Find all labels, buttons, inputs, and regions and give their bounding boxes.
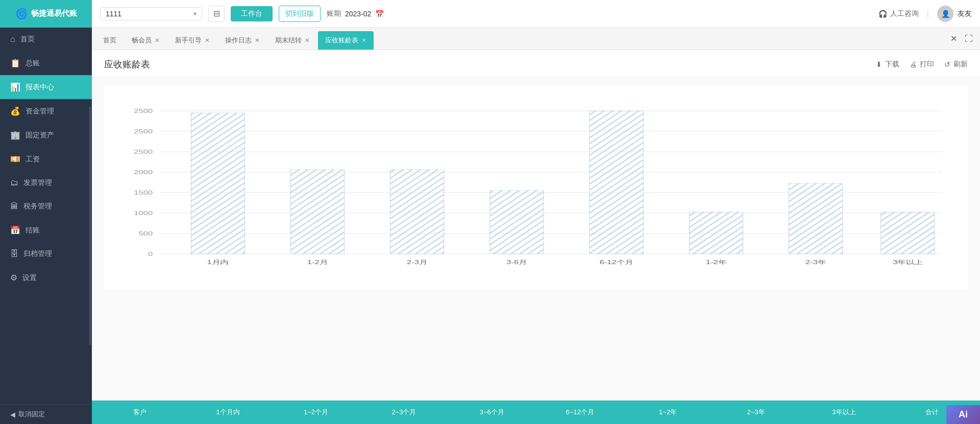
print-icon: 🖨 — [910, 60, 917, 68]
svg-text:2000: 2000 — [134, 169, 153, 176]
chart-container: 2500 2500 2500 2000 1500 1000 500 0 — [92, 77, 980, 401]
bar-chart: 2500 2500 2500 2000 1500 1000 500 0 — [114, 96, 958, 279]
tab-bar: 首页畅会员✕新手引导✕操作日志✕期末结转✕应收账龄表✕ ✕ ⛶ — [92, 28, 980, 50]
th-1个月内: 1个月内 — [184, 408, 272, 417]
sidebar-item-close[interactable]: 📅 结账 — [0, 218, 92, 242]
sidebar-icon-invoice: 🗂 — [10, 178, 18, 187]
sidebar-item-assets[interactable]: 🏢 固定资产 — [0, 123, 92, 147]
header-center: 1111 ▾ ⊟ 工作台 切到旧版 账期 2023-02 📅 — [92, 6, 878, 22]
sidebar-icon-home: ⌂ — [10, 35, 15, 44]
tab-close-guide[interactable]: ✕ — [205, 37, 210, 44]
header-right: 🎧 人工咨询 | 👤 友友 — [878, 6, 972, 22]
th-2~3年: 2~3年 — [712, 408, 800, 417]
refresh-button[interactable]: ↺ 刷新 — [944, 60, 968, 69]
sidebar-item-settings[interactable]: ⚙ 设置 — [0, 266, 92, 290]
tab-member[interactable]: 畅会员✕ — [125, 31, 167, 50]
chevron-down-icon: ▾ — [193, 10, 197, 17]
close-all-tabs-button[interactable]: ✕ — [946, 32, 961, 46]
svg-text:2500: 2500 — [134, 108, 153, 114]
svg-text:1-2年: 1-2年 — [706, 259, 726, 266]
svg-text:2-3月: 2-3月 — [407, 259, 427, 266]
svg-text:1000: 1000 — [134, 210, 153, 217]
th-1~2个月: 1~2个月 — [272, 408, 360, 417]
calendar-icon[interactable]: 📅 — [375, 10, 384, 18]
workbench-button[interactable]: 工作台 — [231, 6, 273, 21]
sidebar-label-payroll: 工资 — [26, 155, 40, 164]
sidebar-item-payroll[interactable]: 💴 工资 — [0, 147, 92, 171]
th-3年以上: 3年以上 — [800, 408, 888, 417]
sidebar-label-reports: 报表中心 — [26, 83, 54, 92]
svg-text:1-2月: 1-2月 — [307, 259, 328, 266]
sidebar-icon-reports: 📊 — [10, 82, 20, 92]
main-layout: ⌂ 首页📋 总账📊 报表中心💰 资金管理🏢 固定资产💴 工资🗂 发票管理🏛 税务… — [0, 28, 980, 424]
sidebar-icon-assets: 🏢 — [10, 130, 20, 140]
avatar-icon: 👤 — [941, 10, 950, 18]
tab-period-close[interactable]: 期末结转✕ — [268, 31, 317, 50]
sidebar-item-funds[interactable]: 💰 资金管理 — [0, 99, 92, 123]
divider: | — [927, 9, 929, 18]
tab-close-period-close[interactable]: ✕ — [305, 37, 310, 44]
tab-close-member[interactable]: ✕ — [155, 37, 160, 44]
th-3~6个月: 3~6个月 — [448, 408, 536, 417]
svg-text:0: 0 — [148, 251, 153, 257]
collapse-icon: ◀ — [10, 411, 15, 418]
sidebar-collapse-button[interactable]: ◀ 取消固定 — [0, 404, 92, 424]
tab-home[interactable]: 首页 — [96, 31, 124, 50]
svg-text:2500: 2500 — [134, 149, 153, 155]
sidebar-label-tax: 税务管理 — [23, 202, 52, 211]
download-button[interactable]: ⬇ 下载 — [876, 60, 899, 69]
bar-2-3月 — [390, 170, 444, 254]
bar-6-12月 — [590, 111, 643, 254]
headset-icon: 🎧 — [878, 10, 887, 18]
tab-guide[interactable]: 新手引导✕ — [168, 31, 217, 50]
sidebar-item-tax[interactable]: 🏛 税务管理 — [0, 195, 92, 218]
sidebar-icon-close: 📅 — [10, 225, 20, 235]
company-selector[interactable]: 1111 ▾ — [100, 7, 202, 20]
refresh-label: 刷新 — [953, 60, 968, 69]
logo-icon: 🌀 — [15, 8, 28, 20]
company-name: 1111 — [106, 10, 189, 18]
avatar: 👤 — [937, 6, 953, 22]
page-title: 应收账龄表 — [104, 58, 150, 70]
sidebar-item-home[interactable]: ⌂ 首页 — [0, 28, 92, 51]
sidebar-item-archive[interactable]: 🗄 归档管理 — [0, 242, 92, 266]
sidebar-label-assets: 固定资产 — [26, 131, 54, 140]
sidebar-item-ledger[interactable]: 📋 总账 — [0, 51, 92, 75]
consult-label: 人工咨询 — [890, 9, 919, 18]
tab-close-log[interactable]: ✕ — [255, 37, 260, 44]
sidebar-icon-settings: ⚙ — [10, 273, 17, 282]
bar-1-2年 — [689, 212, 743, 254]
sidebar-item-reports[interactable]: 📊 报表中心 — [0, 75, 92, 99]
tab-log[interactable]: 操作日志✕ — [218, 31, 267, 50]
tab-label-home: 首页 — [103, 36, 116, 45]
sidebar-icon-payroll: 💴 — [10, 154, 20, 164]
th-1~2年: 1~2年 — [624, 408, 712, 417]
ai-badge[interactable]: Ai — [946, 405, 980, 424]
sidebar-label-invoice: 发票管理 — [23, 178, 52, 187]
switch-version-button[interactable]: 切到旧版 — [279, 6, 321, 22]
period-area: 账期 2023-02 📅 — [327, 9, 384, 18]
bar-1-2月 — [290, 170, 344, 254]
top-header: 🌀 畅捷通易代账 1111 ▾ ⊟ 工作台 切到旧版 账期 2023-02 📅 … — [0, 0, 980, 28]
sidebar-item-invoice[interactable]: 🗂 发票管理 — [0, 171, 92, 195]
sidebar: ⌂ 首页📋 总账📊 报表中心💰 资金管理🏢 固定资产💴 工资🗂 发票管理🏛 税务… — [0, 28, 92, 424]
sidebar-icon-ledger: 📋 — [10, 58, 20, 68]
page-actions: ⬇ 下载 🖨 打印 ↺ 刷新 — [876, 60, 968, 69]
tab-aging[interactable]: 应收账龄表✕ — [318, 31, 374, 50]
tab-label-aging: 应收账龄表 — [325, 36, 358, 45]
bar-2-3年 — [789, 183, 843, 254]
copy-button[interactable]: ⊟ — [208, 6, 225, 22]
sidebar-label-home: 首页 — [20, 35, 35, 44]
sidebar-label-settings: 设置 — [22, 273, 37, 282]
download-label: 下载 — [885, 60, 899, 69]
print-button[interactable]: 🖨 打印 — [910, 60, 934, 69]
consult-button[interactable]: 🎧 人工咨询 — [878, 9, 919, 18]
scrollbar[interactable] — [89, 107, 91, 345]
expand-button[interactable]: ⛶ — [962, 32, 976, 46]
user-area[interactable]: 👤 友友 — [937, 6, 972, 22]
tab-close-aging[interactable]: ✕ — [361, 37, 366, 44]
sidebar-label-close: 结账 — [26, 226, 40, 235]
print-label: 打印 — [920, 60, 934, 69]
svg-text:2500: 2500 — [134, 128, 153, 135]
sidebar-label-funds: 资金管理 — [26, 107, 54, 116]
